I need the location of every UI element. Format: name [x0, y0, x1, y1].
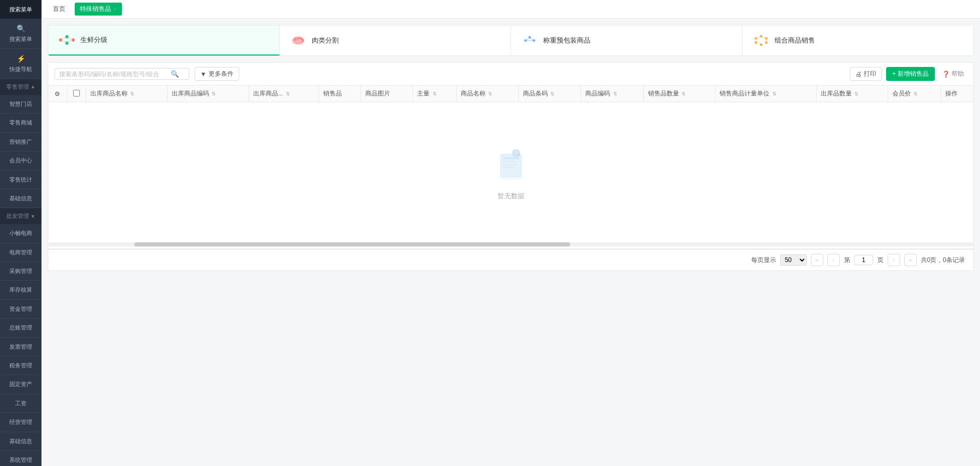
col-out-product-code[interactable]: 出库商品编码 ⇅ — [167, 86, 249, 102]
retail-mgmt-label: 零售管理 — [6, 83, 29, 91]
col-sales-qty[interactable]: 销售品数量 ⇅ — [643, 86, 715, 102]
sidebar-item-inventory[interactable]: 库存核算 — [0, 281, 42, 299]
sidebar-item-label: 采购管理 — [9, 268, 32, 274]
sidebar-item-member-center[interactable]: 会员中心 — [0, 152, 42, 170]
svg-rect-28 — [503, 157, 519, 159]
table-header-row: ⚙ 出库商品名称 ⇅ 出库商品编码 ⇅ 出库商品 — [48, 86, 973, 102]
sort-icon: ⇅ — [433, 91, 437, 97]
help-icon: ❓ — [942, 71, 950, 78]
col-product-code[interactable]: 商品编码 ⇅ — [581, 86, 643, 102]
col-product-image[interactable]: 商品图片 — [361, 86, 413, 102]
wholesale-mgmt-label: 批发管理 — [6, 212, 29, 220]
sidebar-item-fixed-assets[interactable]: 固定资产 — [0, 375, 42, 394]
tab-card-fresh-grade[interactable]: 生鲜分级 — [48, 25, 280, 56]
sidebar-item-label: 营销推广 — [9, 139, 32, 145]
col-operation: 操作 — [941, 86, 973, 102]
tab-card-label: 称重预包装商品 — [543, 36, 590, 45]
svg-line-6 — [61, 40, 67, 43]
horizontal-scrollbar[interactable] — [48, 242, 973, 246]
svg-line-5 — [67, 37, 73, 40]
col-out-qty[interactable]: 出库品数量 ⇅ — [816, 86, 888, 102]
tab-card-label: 组合商品销售 — [775, 36, 815, 45]
sidebar-item-tax-mgmt[interactable]: 税务管理 — [0, 357, 42, 375]
sidebar-item-ecommerce-mgmt[interactable]: 电商管理 — [0, 243, 42, 262]
sidebar-item-invoice-mgmt[interactable]: 发票管理 — [0, 338, 42, 357]
col-barcode[interactable]: 商品条码 ⇅ — [519, 86, 581, 102]
col-main-weight[interactable]: 主量 ⇅ — [413, 86, 456, 102]
sidebar-item-mini-shop[interactable]: 小畅电商 — [0, 224, 42, 243]
sidebar-item-finance-mgmt[interactable]: 资金管理 — [0, 300, 42, 319]
filter-button[interactable]: ▼ 更多条件 — [195, 67, 239, 81]
new-label: + 新增销售品 — [892, 70, 929, 78]
col-sales-product[interactable]: 销售品 — [319, 86, 361, 102]
sidebar-item-label: 总账管理 — [9, 324, 32, 331]
sidebar-item-label: 库存核算 — [9, 286, 32, 293]
sidebar-item-system-mgmt[interactable]: 系统管理 — [0, 451, 42, 466]
sidebar-item-retail-mall[interactable]: 零售商城 — [0, 114, 42, 132]
sort-icon: ⇅ — [613, 91, 617, 97]
search-input[interactable] — [59, 71, 168, 78]
tab-card-meat-cut[interactable]: 肉类分割 — [280, 25, 511, 56]
sidebar-item-label: 小畅电商 — [9, 230, 32, 236]
sort-icon: ⇅ — [286, 91, 290, 97]
sidebar-item-label: 发票管理 — [9, 344, 32, 350]
svg-line-4 — [61, 37, 67, 40]
help-button[interactable]: ❓ 帮助 — [939, 67, 967, 80]
fresh-grade-icon — [59, 33, 75, 47]
new-sales-button[interactable]: + 新增销售品 — [886, 67, 935, 81]
sidebar-item-smart-store[interactable]: 智慧门店 — [0, 95, 42, 114]
sidebar-item-ops-mgmt[interactable]: 经营管理 — [0, 413, 42, 432]
sidebar: 搜索菜单 🔍 搜索菜单 ⚡ 快捷导航 零售管理 ▲ 智慧门店 零售商城 营销推广… — [0, 0, 42, 466]
tab-card-label: 肉类分割 — [312, 36, 339, 45]
search-menu-icon: 🔍 — [2, 24, 39, 34]
table-toolbar: 🔍 ▼ 更多条件 🖨 打印 + 新增销售品 ❓ 帮助 — [48, 62, 974, 86]
svg-point-9 — [294, 38, 297, 41]
col-out-product-name[interactable]: 出库商品名称 ⇅ — [86, 86, 167, 102]
search-wrap[interactable]: 🔍 — [54, 68, 189, 80]
sidebar-item-label: 基础信息 — [9, 438, 32, 444]
scroll-thumb[interactable] — [134, 242, 570, 246]
sidebar-item-purchase-mgmt[interactable]: 采购管理 — [0, 262, 42, 281]
col-out-product-extra[interactable]: 出库商品... ⇅ — [249, 86, 319, 102]
sidebar-item-retail-stats[interactable]: 零售统计 — [0, 171, 42, 189]
sidebar-item-basic-info2[interactable]: 基础信息 — [0, 432, 42, 451]
sort-icon: ⇅ — [914, 91, 918, 97]
select-all-checkbox[interactable] — [73, 90, 80, 97]
sidebar-item-search-menu[interactable]: 🔍 搜索菜单 — [0, 19, 42, 49]
sidebar-item-marketing[interactable]: 营销推广 — [0, 133, 42, 152]
quick-nav-icon: ⚡ — [2, 54, 39, 64]
chevron-down-icon: ▼ — [31, 214, 35, 219]
sidebar-item-basic-info[interactable]: 基础信息 — [0, 189, 42, 208]
checkbox-col-header[interactable] — [67, 86, 86, 102]
tab-card-combo-sales[interactable]: 组合商品销售 — [742, 25, 973, 56]
svg-rect-31 — [503, 167, 514, 168]
page-size-select[interactable]: 50 100 200 — [780, 254, 807, 266]
col-sales-unit[interactable]: 销售商品计量单位 ⇅ — [715, 86, 816, 102]
tab-card-weight-packed[interactable]: 称重预包装商品 — [511, 25, 742, 56]
col-product-name[interactable]: 商品名称 ⇅ — [456, 86, 518, 102]
sidebar-item-retail-mgmt[interactable]: 零售管理 ▲ — [0, 79, 42, 95]
sidebar-item-label: 经营管理 — [9, 419, 32, 425]
close-tab-icon[interactable]: × — [114, 6, 117, 12]
sidebar-item-quick-nav[interactable]: ⚡ 快捷导航 — [0, 49, 42, 79]
print-button[interactable]: 🖨 打印 — [850, 67, 882, 81]
sidebar-item-salary[interactable]: 工资 — [0, 394, 42, 413]
main-content: 首页 特殊销售品 × — [42, 0, 980, 466]
last-page-button[interactable]: » — [904, 254, 917, 266]
page-input[interactable] — [854, 255, 873, 265]
sidebar-item-wholesale-mgmt[interactable]: 批发管理 ▼ — [0, 208, 42, 224]
sidebar-item-general-ledger[interactable]: 总账管理 — [0, 319, 42, 337]
svg-point-34 — [517, 154, 520, 156]
topbar-tab-special-sales[interactable]: 特殊销售品 × — [75, 3, 122, 16]
sidebar-item-label: 工资 — [15, 400, 26, 406]
sidebar-item-label: 固定资产 — [9, 381, 32, 387]
next-page-button[interactable]: › — [888, 254, 900, 266]
col-member-price[interactable]: 会员价 ⇅ — [888, 86, 941, 102]
settings-col-header[interactable]: ⚙ — [48, 86, 67, 102]
help-label: 帮助 — [951, 70, 964, 78]
topbar-tab-home[interactable]: 首页 — [48, 3, 71, 16]
prev-page-button[interactable]: ‹ — [827, 254, 840, 266]
sort-icon: ⇅ — [682, 91, 686, 97]
first-page-button[interactable]: « — [811, 254, 823, 266]
empty-state: 暂无数据 — [48, 102, 973, 242]
